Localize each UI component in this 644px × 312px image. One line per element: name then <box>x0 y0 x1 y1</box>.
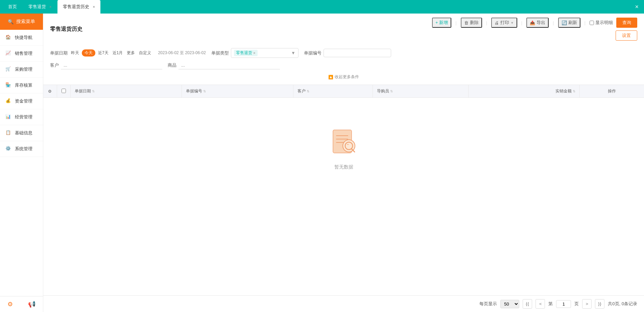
tab-retail-return-history[interactable]: 零售退货历史 × <box>57 0 100 14</box>
customer-input[interactable] <box>61 61 162 69</box>
sidebar-item-inventory-label: 库存核算 <box>15 82 32 88</box>
sidebar-item-sys-mgmt[interactable]: ⚙️ 系统管理 <box>0 141 43 157</box>
sidebar-sound-icon[interactable]: 📢 <box>28 300 35 308</box>
th-number-sort[interactable]: 单据编号 ⇅ <box>186 88 289 94</box>
collapse-up-icon: 🔼 <box>328 75 333 80</box>
th-amount-sort[interactable]: 实销金额 ⇅ <box>473 88 576 94</box>
th-actions-label: 操作 <box>608 89 616 93</box>
pagination-bar: 每页显示 50 100 200 ⟨⟨ ＜ 第 页 ＞ ⟩⟩ 共0页, 0条记录 <box>43 295 644 312</box>
sidebar-item-purchase-mgmt[interactable]: 🛒 采购管理 <box>0 62 43 77</box>
sidebar-item-finance-label: 资金管理 <box>15 98 32 104</box>
sidebar-item-finance[interactable]: 💰 资金管理 <box>0 93 43 109</box>
date-filter-more[interactable]: 更多 <box>125 49 136 57</box>
date-filter-yesterday[interactable]: 昨天 <box>70 49 80 57</box>
sidebar-gear-icon[interactable]: ⚙ <box>7 300 13 308</box>
delete-button[interactable]: 🗑 删除 <box>461 18 482 28</box>
tab-home[interactable]: 首页 <box>3 0 22 14</box>
page-size-select[interactable]: 50 100 200 <box>500 300 519 308</box>
print-button[interactable]: 🖨 打印 ▼ <box>491 18 517 28</box>
first-page-btn[interactable]: ⟨⟨ <box>523 299 532 309</box>
doc-type-remove-btn[interactable]: × <box>253 51 256 55</box>
purchase-icon: 🛒 <box>5 66 11 72</box>
setting-button-label: 设置 <box>622 33 631 38</box>
export-button-label: 导出 <box>536 20 545 26</box>
delete-button-label: 删除 <box>470 20 479 26</box>
sidebar-item-sys-mgmt-label: 系统管理 <box>15 146 32 152</box>
th-guide-label: 导购员 <box>377 88 389 94</box>
th-customer-sort-icon: ⇅ <box>307 89 309 93</box>
th-number: 单据编号 ⇅ <box>182 85 293 98</box>
finance-icon: 💰 <box>5 98 11 104</box>
collapse-bar[interactable]: 🔼 收起更多条件 <box>50 73 637 83</box>
tab-retail-return-history-label: 零售退货历史 <box>63 4 89 10</box>
query-button-label: 查询 <box>622 20 631 25</box>
sidebar-item-operations[interactable]: 📊 经营管理 <box>0 109 43 125</box>
tab-retail-return-close[interactable]: × <box>49 5 51 9</box>
sidebar-item-quick-nav[interactable]: 🏠 快捷导航 <box>0 30 43 46</box>
date-filter-7days[interactable]: 近7天 <box>97 49 110 57</box>
th-customer-sort[interactable]: 客户 ⇅ <box>297 88 368 94</box>
empty-svg <box>327 125 361 159</box>
doc-type-select[interactable]: 零售退货 × ▼ <box>231 48 299 58</box>
page-title-row: 零售退货历史 + 新增 | 🗑 删除 | 🖨 <box>50 18 637 41</box>
tab-list: 首页 零售退货 × 零售退货历史 × <box>3 0 629 14</box>
show-detail-toggle[interactable]: 显示明细 <box>590 20 613 26</box>
tab-retail-return[interactable]: 零售退货 × <box>23 0 57 14</box>
th-number-label: 单据编号 <box>186 88 202 94</box>
date-filter-today[interactable]: 今天 <box>82 49 95 57</box>
page-label: 第 <box>548 301 553 307</box>
new-button-label: + 新增 <box>435 20 448 26</box>
filter-row-1: 单据日期 昨天 今天 近7天 近1月 更多 自定义 2023-06-02 至 2… <box>50 48 637 58</box>
tab-retail-return-label: 零售退货 <box>28 4 46 10</box>
customer-filter-label: 客户 <box>50 62 59 68</box>
product-input[interactable] <box>178 61 280 69</box>
setting-button[interactable]: 设置 <box>616 30 637 41</box>
prev-page-btn[interactable]: ＜ <box>535 299 545 309</box>
date-filter-1month[interactable]: 近1月 <box>111 49 124 57</box>
tab-retail-return-history-close[interactable]: × <box>93 5 95 9</box>
customer-filter-item: 客户 <box>50 61 162 69</box>
th-guide-sort-icon: ⇅ <box>390 89 393 93</box>
th-amount-sort-icon: ⇅ <box>573 89 575 93</box>
filter-area: 单据日期 昨天 今天 近7天 近1月 更多 自定义 2023-06-02 至 2… <box>50 45 637 85</box>
data-table: ⚙ 单据日期 ⇅ 单据编号 <box>43 85 644 98</box>
new-button[interactable]: + 新增 <box>432 18 451 28</box>
print-icon: 🖨 <box>495 20 499 25</box>
date-range-value: 2023-06-02 至 2023-06-02 <box>158 50 206 56</box>
doc-number-input[interactable] <box>324 49 391 57</box>
th-amount: 实销金额 ⇅ <box>468 85 580 98</box>
date-filter-custom[interactable]: 自定义 <box>138 49 152 57</box>
th-date: 单据日期 ⇅ <box>70 85 182 98</box>
sidebar-item-basic-info[interactable]: 📋 基础信息 <box>0 125 43 141</box>
search-menu-btn[interactable]: 🔍 搜索菜单 <box>0 14 43 30</box>
empty-text: 暂无数据 <box>334 164 353 170</box>
select-all-checkbox[interactable] <box>62 89 66 93</box>
th-setting[interactable]: ⚙ <box>43 85 57 98</box>
th-date-sort[interactable]: 单据日期 ⇅ <box>75 88 178 94</box>
show-detail-checkbox[interactable] <box>590 21 594 25</box>
th-date-sort-icon: ⇅ <box>92 89 95 93</box>
query-button[interactable]: 查询 <box>616 18 637 28</box>
sidebar-item-inventory[interactable]: 🏪 库存核算 <box>0 77 43 93</box>
th-checkbox[interactable] <box>57 85 70 98</box>
close-all-tabs[interactable]: × <box>629 3 644 10</box>
page-number-input[interactable] <box>556 300 571 308</box>
filter-row-2: 客户 商品 <box>50 61 637 69</box>
export-button[interactable]: 📤 导出 <box>526 18 549 28</box>
next-page-btn[interactable]: ＞ <box>582 299 592 309</box>
sidebar-item-basic-info-label: 基础信息 <box>15 130 32 136</box>
print-button-label: 打印 <box>500 20 509 26</box>
collapse-label: 收起更多条件 <box>335 74 359 80</box>
sidebar-item-sales-mgmt[interactable]: 📈 销售管理 <box>0 46 43 62</box>
doc-type-chevron-icon: ▼ <box>291 50 295 55</box>
doc-number-filter-label: 单据编号 <box>304 50 321 56</box>
th-guide-sort[interactable]: 导购员 ⇅ <box>377 88 464 94</box>
last-page-btn[interactable]: ⟩⟩ <box>595 299 604 309</box>
doc-type-tag: 零售退货 × <box>234 50 258 56</box>
refresh-button[interactable]: 🔄 刷新 <box>558 18 580 28</box>
date-filter-label: 单据日期 <box>50 50 68 56</box>
show-detail-label: 显示明细 <box>595 20 613 26</box>
th-number-sort-icon: ⇅ <box>203 89 206 93</box>
date-filter-item: 单据日期 昨天 今天 近7天 近1月 更多 自定义 <box>50 49 152 57</box>
sales-icon: 📈 <box>5 50 11 57</box>
